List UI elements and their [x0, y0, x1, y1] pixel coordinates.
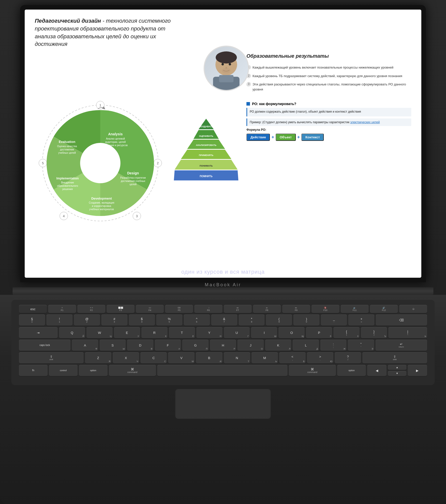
f12-key[interactable]: 🔊F12: [370, 305, 398, 313]
plus-icon-2: +: [297, 135, 300, 140]
w-key[interactable]: WЦ: [86, 327, 113, 338]
results-title: Образовательные результаты: [246, 53, 411, 59]
f-key[interactable]: FА: [155, 340, 181, 351]
up-arrow[interactable]: ▲: [388, 365, 406, 370]
presentation-slide: Педагогический дизайн - технология систе…: [25, 10, 421, 278]
s-key[interactable]: SЫ: [100, 340, 126, 351]
3-key[interactable]: #3: [101, 314, 128, 326]
backspace-key[interactable]: ⌫: [376, 314, 427, 326]
watermark: один из курсов и вся матрица: [181, 269, 265, 275]
o-key[interactable]: OЩ: [278, 327, 305, 338]
j-key[interactable]: JО: [237, 340, 264, 351]
action-button[interactable]: Действие: [246, 134, 270, 141]
q-key[interactable]: QЙ: [59, 327, 85, 338]
slide-title-bold: Педагогический дизайн: [35, 18, 101, 24]
f1-key[interactable]: ☀F1: [48, 305, 76, 313]
context-button[interactable]: Контекст: [301, 134, 324, 141]
svg-point-37: [229, 63, 231, 66]
semicolon-key[interactable]: :;Ж: [320, 340, 347, 351]
1-key[interactable]: !1: [46, 314, 73, 326]
object-button[interactable]: Объект: [276, 134, 296, 141]
k-key[interactable]: KЛ: [265, 340, 292, 351]
equals-key[interactable]: +=: [348, 314, 374, 326]
9-key[interactable]: (9: [266, 314, 292, 326]
svg-text:учебных материалов: учебных материалов: [89, 208, 114, 211]
f3-key[interactable]: ⬜⬜F3: [107, 305, 135, 313]
r-key[interactable]: RК: [141, 327, 168, 338]
4-key[interactable]: $4: [129, 314, 155, 326]
lcommand-label: command: [128, 371, 138, 373]
results-list: 1 Каждый вышележащий уровень включает по…: [246, 65, 411, 95]
l-key[interactable]: LД: [293, 340, 319, 351]
y-key[interactable]: YН: [196, 327, 222, 338]
svg-text:2: 2: [157, 161, 158, 165]
d-key[interactable]: DВ: [127, 340, 153, 351]
quote-key[interactable]: "'Э: [348, 340, 374, 351]
c-key[interactable]: CС: [140, 352, 167, 363]
rbracket-key[interactable]: }]Ъ: [361, 327, 387, 338]
down-arrow[interactable]: ▼: [388, 371, 406, 376]
7-key[interactable]: &7: [211, 314, 237, 326]
qwerty-row: ⇥ QЙ WЦ EУ RК TЕ YН UГ IШ OЩ PЗ {[Х }]Ъ …: [19, 327, 427, 338]
comma-key[interactable]: <,Б: [279, 352, 306, 363]
caps-key[interactable]: caps lock: [19, 340, 71, 351]
loption-key[interactable]: option: [79, 365, 108, 376]
g-key[interactable]: GП: [182, 340, 209, 351]
rcommand-key[interactable]: ⌘ command: [289, 365, 336, 376]
lctrl-key[interactable]: control: [49, 365, 78, 376]
f9-key[interactable]: ⏭F9: [282, 305, 310, 313]
return-key[interactable]: ↵return: [375, 340, 427, 351]
right-arrow[interactable]: ▶: [408, 365, 427, 376]
t-key[interactable]: TЕ: [169, 327, 195, 338]
slash-key[interactable]: ?/: [335, 352, 361, 363]
lcommand-key[interactable]: ⌘ command: [109, 365, 156, 376]
u-key[interactable]: UГ: [224, 327, 250, 338]
svg-text:ОЦЕНИВАТЬ: ОЦЕНИВАТЬ: [199, 135, 213, 137]
a-key[interactable]: AФ: [72, 340, 98, 351]
rcommand-label: command: [307, 371, 317, 373]
esc-key[interactable]: esc: [19, 305, 47, 313]
svg-point-39: [222, 68, 231, 74]
lbracket-key[interactable]: {[Х: [333, 327, 360, 338]
rshift-key[interactable]: ⇧shift: [362, 352, 427, 363]
keyboard-section: esc ☀F1 ☀☀F2 ⬜⬜F3 S0F4 ⌨F5 ☽F6 ⏮F7 ⏯F8 ⏭…: [0, 295, 446, 504]
fn-key[interactable]: fn: [19, 365, 48, 376]
roption-key[interactable]: option: [337, 365, 366, 376]
v-key[interactable]: VМ: [168, 352, 195, 363]
f10-key[interactable]: 🔇F10: [311, 305, 339, 313]
b-key[interactable]: BИ: [196, 352, 222, 363]
f8-key[interactable]: ⏯F8: [253, 305, 281, 313]
8-key[interactable]: *8: [239, 314, 265, 326]
minus-key[interactable]: _-: [321, 314, 347, 326]
5-key[interactable]: %5: [156, 314, 182, 326]
x-key[interactable]: XЧ: [113, 352, 139, 363]
f4-key[interactable]: S0F4: [136, 305, 164, 313]
left-arrow[interactable]: ◀: [367, 365, 387, 376]
z-key[interactable]: ZЯ: [85, 352, 111, 363]
f11-key[interactable]: 🔉F11: [341, 305, 369, 313]
period-key[interactable]: >.Ю: [307, 352, 333, 363]
n-key[interactable]: NТ: [224, 352, 250, 363]
spacebar-key[interactable]: [157, 365, 288, 376]
power-key[interactable]: ⏻: [399, 305, 427, 313]
m-key[interactable]: MЬ: [251, 352, 278, 363]
f6-key[interactable]: ☽F6: [194, 305, 222, 313]
touchpad[interactable]: [175, 389, 271, 419]
backslash-key[interactable]: |\Ь: [388, 327, 427, 338]
2-key[interactable]: @2: [74, 314, 100, 326]
backtick-key[interactable]: §±: [19, 314, 45, 326]
p-key[interactable]: PЗ: [306, 327, 332, 338]
f7-key[interactable]: ⏮F7: [224, 305, 252, 313]
lshift-key[interactable]: ⇧shift: [19, 352, 84, 363]
0-key[interactable]: )0: [293, 314, 320, 326]
e-key[interactable]: EУ: [114, 327, 140, 338]
svg-text:Development: Development: [91, 197, 112, 200]
6-key[interactable]: ^6: [184, 314, 210, 326]
laptop-hinge: [13, 287, 433, 295]
i-key[interactable]: IШ: [251, 327, 277, 338]
formula-label: Формула РО:: [246, 128, 411, 132]
f2-key[interactable]: ☀☀F2: [77, 305, 105, 313]
f5-key[interactable]: ⌨F5: [165, 305, 193, 313]
h-key[interactable]: HР: [210, 340, 236, 351]
tab-key[interactable]: ⇥: [19, 327, 58, 338]
